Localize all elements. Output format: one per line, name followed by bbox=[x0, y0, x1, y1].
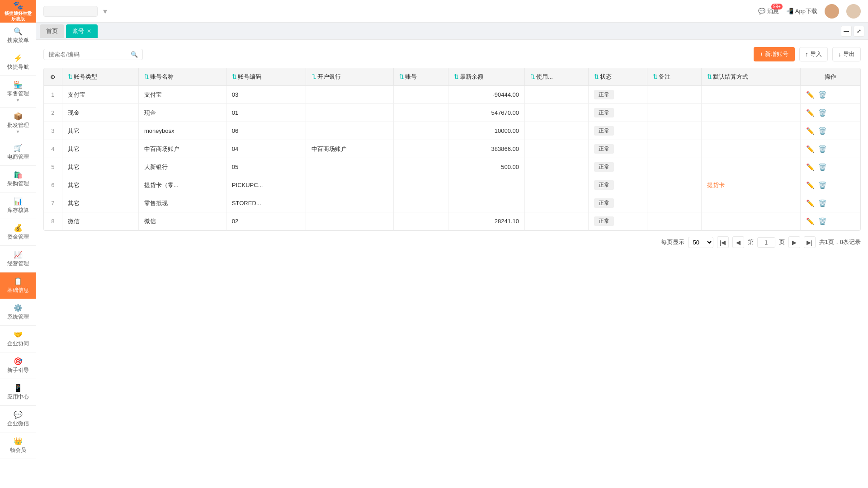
delete-icon[interactable]: 🗑️ bbox=[818, 199, 827, 207]
search-menu-icon: 🔍 bbox=[14, 27, 23, 36]
member-icon: 👑 bbox=[14, 437, 23, 446]
purchase-icon: 🛍️ bbox=[14, 170, 23, 179]
sidebar-item-enterprise-agreement[interactable]: 🤝 企业协同 bbox=[0, 326, 36, 352]
toolbar-right: + 新增账号 ↑ 导入 ↓ 导出 bbox=[754, 47, 861, 61]
user-avatar[interactable] bbox=[825, 4, 839, 19]
delete-icon[interactable]: 🗑️ bbox=[818, 145, 827, 153]
message-badge: 99+ bbox=[771, 4, 783, 9]
col-name[interactable]: ⇅账号名称 bbox=[138, 68, 226, 86]
page-label2: 页 bbox=[779, 238, 785, 246]
row-account bbox=[394, 104, 448, 122]
sidebar-item-ecommerce-mgmt[interactable]: 🛒 电商管理 bbox=[0, 139, 36, 166]
edit-icon[interactable]: ✏️ bbox=[806, 109, 815, 117]
row-name: 中百商场账户 bbox=[138, 140, 226, 158]
edit-icon[interactable]: ✏️ bbox=[806, 91, 815, 99]
row-remark bbox=[647, 86, 701, 104]
ecommerce-icon: 🛒 bbox=[14, 144, 23, 152]
import-icon: ↑ bbox=[805, 51, 808, 58]
tab-minimize-button[interactable]: — bbox=[841, 26, 852, 37]
row-default-payment bbox=[702, 122, 800, 140]
table-row: 4 其它 中百商场账户 04 中百商场账户 383866.00 正常 ✏️ 🗑️ bbox=[44, 140, 860, 158]
sidebar-item-quick-nav[interactable]: ⚡ 快捷导航 bbox=[0, 49, 36, 76]
col-status[interactable]: ⇅状态 bbox=[588, 68, 647, 86]
prev-page-button[interactable]: ◀ bbox=[732, 236, 744, 248]
col-usage[interactable]: ⇅使用... bbox=[524, 68, 588, 86]
export-label: 导出 bbox=[843, 50, 855, 58]
delete-icon[interactable]: 🗑️ bbox=[818, 127, 827, 135]
col-remark[interactable]: ⇅备注 bbox=[647, 68, 701, 86]
delete-icon[interactable]: 🗑️ bbox=[818, 181, 827, 189]
sidebar-item-system-mgmt[interactable]: ⚙️ 系统管理 bbox=[0, 299, 36, 326]
message-button[interactable]: 💬 消息 99+ bbox=[758, 7, 779, 15]
add-account-button[interactable]: + 新增账号 bbox=[754, 47, 795, 61]
row-type: 其它 bbox=[62, 140, 138, 158]
sidebar-item-label: 应用中心 bbox=[7, 393, 29, 401]
tab-account[interactable]: 账号 ✕ bbox=[66, 24, 98, 38]
col-settings[interactable]: ⚙ bbox=[44, 68, 62, 86]
col-account[interactable]: ⇅账号 bbox=[394, 68, 448, 86]
col-code[interactable]: ⇅账号编码 bbox=[226, 68, 306, 86]
last-page-button[interactable]: ▶| bbox=[804, 236, 816, 248]
row-balance bbox=[448, 176, 524, 194]
page-input[interactable] bbox=[757, 237, 775, 248]
per-page-select[interactable]: 50 20 100 bbox=[688, 237, 713, 248]
delete-icon[interactable]: 🗑️ bbox=[818, 217, 827, 225]
row-actions: ✏️ 🗑️ bbox=[800, 140, 860, 158]
row-status: 正常 bbox=[588, 194, 647, 212]
edit-icon[interactable]: ✏️ bbox=[806, 127, 815, 135]
sidebar-item-retail-mgmt[interactable]: 🏪 零售管理 ▼ bbox=[0, 76, 36, 108]
edit-icon[interactable]: ✏️ bbox=[806, 181, 815, 189]
dropdown-icon[interactable]: ▾ bbox=[103, 6, 107, 16]
col-bank[interactable]: ⇅开户银行 bbox=[306, 68, 394, 86]
row-balance: 10000.00 bbox=[448, 122, 524, 140]
row-name: moneybosx bbox=[138, 122, 226, 140]
sidebar-item-new-guide[interactable]: 🎯 新手引导 bbox=[0, 352, 36, 379]
basic-info-icon: 📋 bbox=[14, 277, 23, 286]
user-avatar2[interactable] bbox=[846, 4, 861, 19]
edit-icon[interactable]: ✏️ bbox=[806, 163, 815, 171]
row-usage bbox=[524, 194, 588, 212]
row-actions: ✏️ 🗑️ bbox=[800, 194, 860, 212]
topbar-search-input[interactable] bbox=[43, 6, 98, 17]
export-icon: ↓ bbox=[838, 51, 841, 58]
search-box[interactable]: 🔍 bbox=[43, 49, 143, 60]
row-name: 微信 bbox=[138, 212, 226, 230]
next-page-button[interactable]: ▶ bbox=[788, 236, 800, 248]
first-page-button[interactable]: |◀ bbox=[717, 236, 729, 248]
row-default-payment bbox=[702, 212, 800, 230]
tab-close-icon[interactable]: ✕ bbox=[87, 28, 91, 34]
sidebar-item-purchase-mgmt[interactable]: 🛍️ 采购管理 bbox=[0, 166, 36, 192]
sidebar-item-label: 电商管理 bbox=[7, 153, 29, 161]
sidebar-item-app-center[interactable]: 📱 应用中心 bbox=[0, 379, 36, 406]
edit-icon[interactable]: ✏️ bbox=[806, 199, 815, 207]
col-balance[interactable]: ⇅最新余额 bbox=[448, 68, 524, 86]
sidebar-item-operations-mgmt[interactable]: 📈 经营管理 bbox=[0, 246, 36, 272]
app-label: App下载 bbox=[795, 7, 817, 15]
export-button[interactable]: ↓ 导出 bbox=[832, 47, 861, 61]
tab-maximize-button[interactable]: ⤢ bbox=[854, 26, 864, 37]
content-area: 🔍 + 新增账号 ↑ 导入 ↓ 导出 bbox=[36, 40, 868, 488]
search-icon[interactable]: 🔍 bbox=[131, 51, 138, 58]
delete-icon[interactable]: 🗑️ bbox=[818, 91, 827, 99]
sidebar-item-enterprise-wechat[interactable]: 💬 企业微信 bbox=[0, 406, 36, 432]
row-type: 微信 bbox=[62, 212, 138, 230]
import-button[interactable]: ↑ 导入 bbox=[799, 47, 828, 61]
col-default-payment[interactable]: ⇅默认结算方式 bbox=[702, 68, 800, 86]
tab-home[interactable]: 首页 bbox=[40, 24, 64, 38]
delete-icon[interactable]: 🗑️ bbox=[818, 163, 827, 171]
row-remark bbox=[647, 122, 701, 140]
app-download-button[interactable]: 📲 App下载 bbox=[786, 7, 817, 15]
sidebar-item-inventory[interactable]: 📊 库存核算 bbox=[0, 192, 36, 219]
edit-icon[interactable]: ✏️ bbox=[806, 217, 815, 225]
search-input[interactable] bbox=[48, 51, 128, 58]
sidebar-item-chang-member[interactable]: 👑 畅会员 bbox=[0, 432, 36, 459]
sidebar-item-basic-info[interactable]: 📋 基础信息 bbox=[0, 272, 36, 299]
delete-icon[interactable]: 🗑️ bbox=[818, 109, 827, 117]
col-type[interactable]: ⇅账号类型 bbox=[62, 68, 138, 86]
row-code: PICKUPC... bbox=[226, 176, 306, 194]
sidebar-item-wholesale-mgmt[interactable]: 📦 批发管理 ▼ bbox=[0, 108, 36, 139]
edit-icon[interactable]: ✏️ bbox=[806, 145, 815, 153]
sidebar-item-search-menu[interactable]: 🔍 搜索菜单 bbox=[0, 23, 36, 49]
row-usage bbox=[524, 158, 588, 176]
sidebar-item-capital-mgmt[interactable]: 💰 资金管理 bbox=[0, 219, 36, 246]
